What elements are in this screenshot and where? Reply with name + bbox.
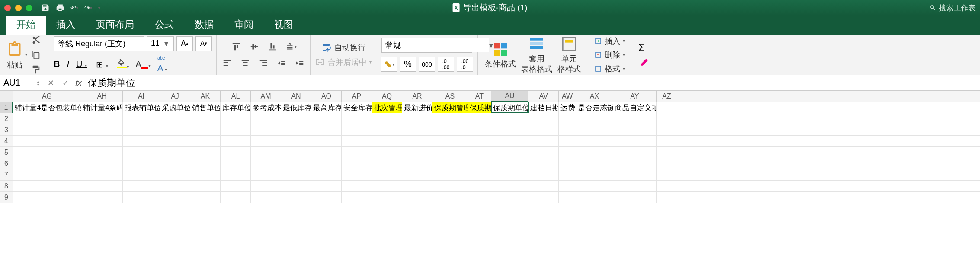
cell-AP8[interactable] <box>342 181 372 191</box>
cell-AZ2[interactable] <box>657 113 677 124</box>
cell-AH3[interactable] <box>81 124 123 135</box>
cell-AQ8[interactable] <box>372 181 402 191</box>
cell-AI6[interactable] <box>123 158 160 169</box>
cell-AR9[interactable] <box>402 192 432 203</box>
cell-AG7[interactable] <box>13 169 81 180</box>
cell-AL3[interactable] <box>221 124 251 135</box>
number-format-input[interactable] <box>382 38 489 52</box>
name-box[interactable]: AU1 ▴▾ <box>0 75 43 90</box>
tab-data[interactable]: 数据 <box>184 15 224 35</box>
cell-AV6[interactable] <box>528 158 559 169</box>
cell-AL4[interactable] <box>221 136 251 146</box>
cell-AJ9[interactable] <box>160 192 190 203</box>
cell-AJ2[interactable] <box>160 113 190 124</box>
cell-AR4[interactable] <box>402 136 432 146</box>
column-header-AN[interactable]: AN <box>281 91 311 102</box>
cell-AM9[interactable] <box>251 192 281 203</box>
cell-AG8[interactable] <box>13 181 81 191</box>
cell-AP3[interactable] <box>342 124 372 135</box>
cell-AK7[interactable] <box>190 169 221 180</box>
column-header-AM[interactable]: AM <box>251 91 281 102</box>
cell-AO4[interactable] <box>311 136 342 146</box>
decrease-font-icon[interactable]: A▾ <box>195 36 212 51</box>
column-header-AX[interactable]: AX <box>576 91 613 102</box>
cell-AG3[interactable] <box>13 124 81 135</box>
cell-AP2[interactable] <box>342 113 372 124</box>
cell-AZ7[interactable] <box>657 169 677 180</box>
cell-AM7[interactable] <box>251 169 281 180</box>
cell-AQ2[interactable] <box>372 113 402 124</box>
cell-AM8[interactable] <box>251 181 281 191</box>
cell-AU6[interactable] <box>491 158 528 169</box>
cell-AK6[interactable] <box>190 158 221 169</box>
cell-AN7[interactable] <box>281 169 311 180</box>
tab-page-layout[interactable]: 页面布局 <box>86 15 144 35</box>
cell-AY6[interactable] <box>613 158 657 169</box>
cell-AK2[interactable] <box>190 113 221 124</box>
cell-AT1[interactable]: 保质期 <box>468 102 491 113</box>
cell-AU8[interactable] <box>491 181 528 191</box>
cell-AS5[interactable] <box>432 147 468 158</box>
cell-AX5[interactable] <box>576 147 613 158</box>
cell-AV3[interactable] <box>528 124 559 135</box>
row-header-2[interactable]: 2 <box>0 113 13 124</box>
format-cells-button[interactable]: 格式▾ <box>592 63 627 75</box>
cell-AU7[interactable] <box>491 169 528 180</box>
italic-icon[interactable]: I <box>67 59 69 69</box>
copy-icon[interactable] <box>30 49 42 61</box>
column-header-AU[interactable]: AU <box>491 91 528 102</box>
cell-AI2[interactable] <box>123 113 160 124</box>
cell-AO6[interactable] <box>311 158 342 169</box>
cell-AV2[interactable] <box>528 113 559 124</box>
cell-AY8[interactable] <box>613 181 657 191</box>
cell-AX2[interactable] <box>576 113 613 124</box>
column-header-AI[interactable]: AI <box>123 91 160 102</box>
cell-AX3[interactable] <box>576 124 613 135</box>
cell-AN2[interactable] <box>281 113 311 124</box>
cell-AO3[interactable] <box>311 124 342 135</box>
increase-indent-icon[interactable] <box>294 57 306 69</box>
cell-AI8[interactable] <box>123 181 160 191</box>
cell-AY9[interactable] <box>613 192 657 203</box>
cell-AL7[interactable] <box>221 169 251 180</box>
cell-AR8[interactable] <box>402 181 432 191</box>
tab-insert[interactable]: 插入 <box>46 15 86 35</box>
cell-AJ5[interactable] <box>160 147 190 158</box>
cell-AI1[interactable]: 报表辅单位 <box>123 102 160 113</box>
cell-AW9[interactable] <box>559 192 576 203</box>
cell-AX1[interactable]: 是否走冻链 <box>576 102 613 113</box>
cell-AN5[interactable] <box>281 147 311 158</box>
cell-AY2[interactable] <box>613 113 657 124</box>
cell-styles-button[interactable]: 单元 格样式 <box>555 35 583 74</box>
cell-AN3[interactable] <box>281 124 311 135</box>
cell-AJ8[interactable] <box>160 181 190 191</box>
cell-AW5[interactable] <box>559 147 576 158</box>
cell-AQ1[interactable]: 批次管理 <box>372 102 402 113</box>
cell-AN8[interactable] <box>281 181 311 191</box>
cell-AU1[interactable]: 保质期单位 <box>491 102 528 113</box>
cell-AK1[interactable]: 销售单位 <box>190 102 221 113</box>
row-header-3[interactable]: 3 <box>0 124 13 135</box>
chevron-down-icon[interactable]: ▾ <box>162 39 170 48</box>
cell-AQ3[interactable] <box>372 124 402 135</box>
cell-AZ4[interactable] <box>657 136 677 146</box>
cell-AY1[interactable]: 商品自定义项 <box>613 102 657 113</box>
cell-AQ5[interactable] <box>372 147 402 158</box>
cell-AL8[interactable] <box>221 181 251 191</box>
cell-AW1[interactable]: 运费 <box>559 102 576 113</box>
cell-AU4[interactable] <box>491 136 528 146</box>
cell-AI9[interactable] <box>123 192 160 203</box>
minimize-window-icon[interactable] <box>15 5 22 11</box>
autosum-icon[interactable]: Σ <box>638 41 650 54</box>
row-header-5[interactable]: 5 <box>0 147 13 158</box>
paste-button[interactable]: 粘贴 <box>4 40 25 70</box>
print-icon[interactable] <box>56 3 64 12</box>
enter-icon[interactable]: ✓ <box>58 78 73 88</box>
underline-icon[interactable]: U ▾ <box>76 59 87 69</box>
font-name-select[interactable]: ▾ <box>54 36 144 51</box>
cell-AI3[interactable] <box>123 124 160 135</box>
cell-AH1[interactable]: 辅计量4条码 <box>81 102 123 113</box>
cell-AZ6[interactable] <box>657 158 677 169</box>
column-header-AV[interactable]: AV <box>528 91 559 102</box>
align-right-icon[interactable] <box>257 57 269 69</box>
